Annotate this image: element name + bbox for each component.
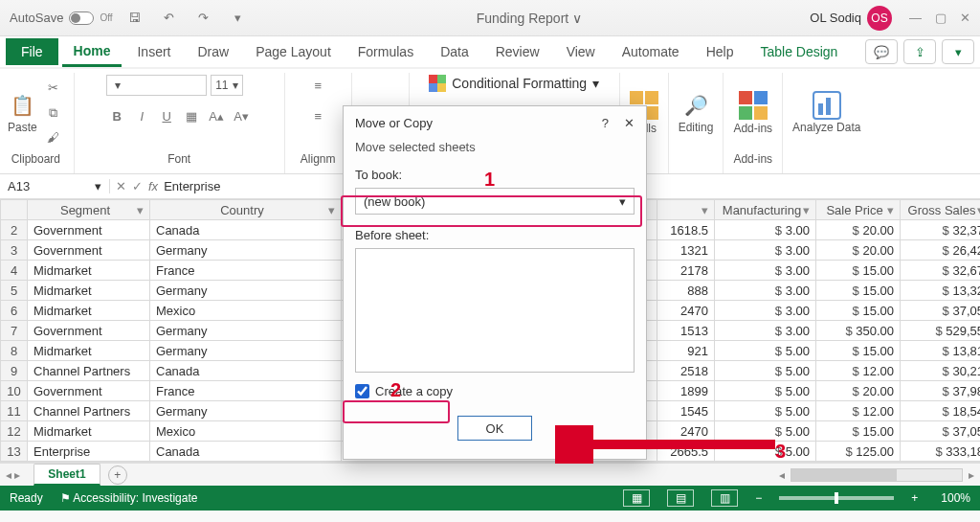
cell-sale-price[interactable]: 125.00 <box>816 442 901 462</box>
col-header-hidden[interactable]: ▾ <box>657 200 715 220</box>
tab-review[interactable]: Review <box>484 38 551 65</box>
row-header[interactable]: 5 <box>1 281 28 301</box>
cell-amount[interactable]: 2518 <box>657 361 715 381</box>
view-normal-icon[interactable]: ▦ <box>623 489 650 507</box>
decrease-font-icon[interactable]: A▾ <box>231 105 252 126</box>
cell-manufacturing[interactable]: 5.00 <box>715 361 816 381</box>
cell-segment[interactable]: Government <box>28 321 150 341</box>
horizontal-scrollbar[interactable] <box>791 468 963 482</box>
align-top-icon[interactable]: ≡ <box>307 75 328 96</box>
toggle-off-icon[interactable] <box>69 11 94 25</box>
editing-button[interactable]: 🔎 Editing <box>679 92 714 134</box>
cell-manufacturing[interactable]: 3.00 <box>715 261 816 281</box>
to-book-select[interactable]: (new book) ▾ <box>355 188 635 215</box>
cell-sale-price[interactable]: 15.00 <box>816 261 901 281</box>
row-header[interactable]: 13 <box>1 442 28 462</box>
cell-amount[interactable]: 1513 <box>657 321 715 341</box>
cell-manufacturing[interactable]: 3.00 <box>715 281 816 301</box>
cell-sale-price[interactable]: 15.00 <box>816 341 901 361</box>
conditional-formatting-button[interactable]: Conditional Formatting ▾ <box>425 73 603 94</box>
cell-gross-sales[interactable]: 32,37 <box>901 220 981 240</box>
cell-sale-price[interactable]: 15.00 <box>816 281 901 301</box>
redo-icon[interactable]: ↷ <box>193 8 214 29</box>
add-sheet-button[interactable]: + <box>108 465 127 485</box>
col-header-gross-sales[interactable]: Gross Sales▾ <box>901 200 981 220</box>
cell-country[interactable]: Germany <box>150 341 342 361</box>
zoom-slider[interactable] <box>779 496 894 500</box>
tab-formulas[interactable]: Formulas <box>346 38 425 65</box>
cell-segment[interactable]: Government <box>28 240 150 261</box>
cell-gross-sales[interactable]: 18,54 <box>901 401 981 421</box>
row-header[interactable]: 11 <box>1 401 28 421</box>
cell-amount[interactable]: 2178 <box>657 261 715 281</box>
ribbon-chevron-down-icon[interactable]: ▾ <box>942 39 974 64</box>
qat-chevron-down-icon[interactable]: ▾ <box>228 8 249 29</box>
col-header-segment[interactable]: Segment▾ <box>28 200 150 220</box>
cell-country[interactable]: Canada <box>150 361 342 381</box>
border-button[interactable]: ▦ <box>181 105 202 126</box>
row-header[interactable]: 12 <box>1 421 28 442</box>
cell-manufacturing[interactable]: 5.00 <box>715 341 816 361</box>
cell-segment[interactable]: Government <box>28 381 150 401</box>
analyze-data-button[interactable]: Analyze Data <box>792 91 860 134</box>
italic-button[interactable]: I <box>131 105 152 126</box>
row-header[interactable]: 8 <box>1 341 28 361</box>
font-size-select[interactable]: 11▾ <box>211 75 243 96</box>
minimize-icon[interactable]: — <box>909 11 922 25</box>
scroll-right-icon[interactable]: ▸ <box>969 468 974 482</box>
cell-country[interactable]: Germany <box>150 281 342 301</box>
account-area[interactable]: OL Sodiq OS <box>810 6 892 31</box>
cell-segment[interactable]: Midmarket <box>28 261 150 281</box>
cell-country[interactable]: France <box>150 261 342 281</box>
cell-gross-sales[interactable]: 529,55 <box>901 321 981 341</box>
cell-manufacturing[interactable]: 3.00 <box>715 220 816 240</box>
cell-segment[interactable]: Channel Partners <box>28 361 150 381</box>
row-header[interactable]: 10 <box>1 381 28 401</box>
tab-data[interactable]: Data <box>429 38 480 65</box>
autosave-toggle[interactable]: AutoSave Off <box>10 11 113 25</box>
cell-sale-price[interactable]: 20.00 <box>816 381 901 401</box>
cell-country[interactable]: Germany <box>150 401 342 421</box>
cancel-formula-icon[interactable]: ✕ <box>116 179 126 193</box>
cell-amount[interactable]: 1545 <box>657 401 715 421</box>
addins-button[interactable]: Add-ins <box>733 91 772 135</box>
accept-formula-icon[interactable]: ✓ <box>132 179 143 193</box>
formula-text[interactable]: Enterprise <box>164 179 220 193</box>
font-family-select[interactable]: ▾ <box>106 75 207 96</box>
cell-amount[interactable]: 1321 <box>657 240 715 261</box>
cell-segment[interactable]: Midmarket <box>28 421 150 442</box>
undo-icon[interactable]: ↶ <box>159 8 180 29</box>
row-header[interactable]: 2 <box>1 220 28 240</box>
tab-page-layout[interactable]: Page Layout <box>244 38 343 65</box>
cell-gross-sales[interactable]: 37,98 <box>901 381 981 401</box>
cell-sale-price[interactable]: 15.00 <box>816 421 901 442</box>
row-header[interactable]: 9 <box>1 361 28 381</box>
cell-country[interactable]: Germany <box>150 321 342 341</box>
tab-table-design[interactable]: Table Design <box>748 38 849 65</box>
share-icon[interactable]: ⇪ <box>903 39 936 64</box>
cell-amount[interactable]: 888 <box>657 281 715 301</box>
scroll-left-icon[interactable]: ◂ <box>779 468 785 482</box>
cell-gross-sales[interactable]: 30,21 <box>901 361 981 381</box>
cell-country[interactable]: Canada <box>150 220 342 240</box>
dialog-close-icon[interactable]: ✕ <box>624 116 635 130</box>
bold-button[interactable]: B <box>106 105 127 126</box>
cell-gross-sales[interactable]: 13,32 <box>901 281 981 301</box>
view-page-break-icon[interactable]: ▥ <box>711 489 738 507</box>
zoom-percent[interactable]: 100% <box>941 491 970 505</box>
cell-segment[interactable]: Midmarket <box>28 301 150 321</box>
tab-home[interactable]: Home <box>62 37 122 67</box>
cell-manufacturing[interactable]: 3.00 <box>715 240 816 261</box>
col-header-country[interactable]: Country▾ <box>150 200 342 220</box>
format-painter-icon[interactable]: 🖌 <box>43 127 64 148</box>
view-page-layout-icon[interactable]: ▤ <box>667 489 694 507</box>
before-sheet-list[interactable] <box>355 248 635 373</box>
comments-icon[interactable]: 💬 <box>865 39 898 64</box>
paste-button[interactable]: 📋 Paste <box>8 92 37 134</box>
cell-gross-sales[interactable]: 26,42 <box>901 240 981 261</box>
document-title[interactable]: Funding Report ∨ <box>249 11 811 26</box>
underline-button[interactable]: U <box>156 105 177 126</box>
row-header[interactable]: 3 <box>1 240 28 261</box>
row-header[interactable]: 7 <box>1 321 28 341</box>
increase-font-icon[interactable]: A▴ <box>206 105 227 126</box>
